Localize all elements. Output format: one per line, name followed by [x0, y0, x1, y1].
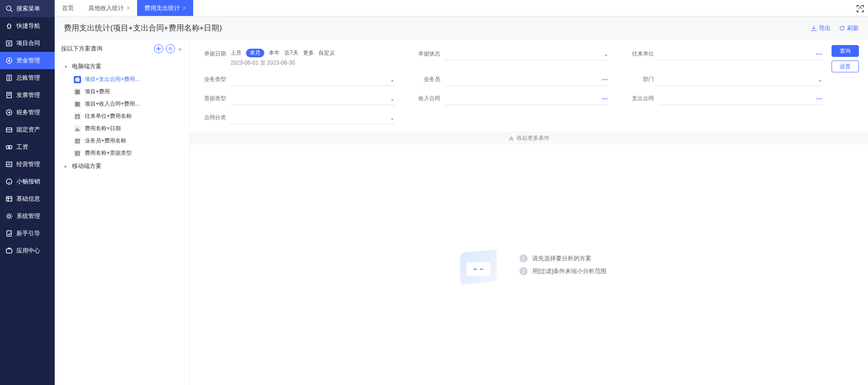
sidebar-item-system[interactable]: 系统管理 — [0, 208, 55, 225]
filter-0-0: 单据日期上月本月本年近7天更多自定义2023-06-01 至 2023-06-3… — [199, 45, 395, 71]
sidebar-item-nav[interactable]: 快捷导航 — [0, 17, 55, 35]
sidebar-item-label: 基础信息 — [16, 195, 40, 203]
sidebar-item-invoice[interactable]: 发票管理 — [0, 86, 55, 104]
scheme-tree: ▾电脑端方案项目+支出合同+费用...项目+费用项目+收入合同+费用...往来单… — [55, 58, 189, 175]
filter-input[interactable]: ⋯ — [445, 93, 609, 105]
filter-0-1: 业务类型⌄ — [199, 71, 395, 90]
date-option[interactable]: 近7天 — [284, 49, 298, 57]
date-range-text: 2023-06-01 至 2023-06-30 — [231, 59, 335, 67]
filter-label: 合同分类 — [199, 112, 226, 122]
tab-2[interactable]: 费用支出统计× — [137, 0, 193, 16]
refresh-button[interactable]: 刷新 — [839, 24, 859, 32]
date-option[interactable]: 自定义 — [318, 49, 335, 57]
page-title: 费用支出统计(项目+支出合同+费用名称+日期) — [64, 23, 222, 33]
sidebar-item-salary[interactable]: 工资 — [0, 138, 55, 156]
filter-input[interactable]: ⋯ — [445, 74, 609, 86]
filter-input[interactable]: ⌄ — [231, 93, 395, 105]
filter-input[interactable]: ⌄ — [658, 74, 822, 86]
tree-group-1[interactable]: ▸移动端方案 — [55, 159, 189, 173]
svg-point-15 — [169, 48, 171, 50]
sidebar-item-asset[interactable]: 固定资产 — [0, 121, 55, 138]
tab-0[interactable]: 首页 — [55, 0, 81, 16]
chevron-down-icon[interactable]: ⌄ — [818, 76, 822, 83]
sidebar-item-base[interactable]: 基础信息 — [0, 190, 55, 208]
chevron-down-icon[interactable]: ⌄ — [390, 76, 395, 83]
export-button[interactable]: 导出 — [811, 24, 831, 32]
scheme-panel: 按以下方案查询 « ▾电脑端方案项目+支出合同+费用...项目+费用项目+收入合… — [55, 40, 190, 385]
filter-label: 单据日期 — [199, 49, 226, 58]
sidebar-item-label: 项目合同 — [16, 39, 40, 47]
xiaochang-icon — [5, 178, 13, 185]
filter-input[interactable]: ⋯ — [658, 49, 822, 61]
sidebar-item-guide[interactable]: 新手引导 — [0, 225, 55, 242]
tab-close-icon[interactable]: × — [127, 5, 130, 11]
fullscreen-toggle[interactable] — [856, 5, 864, 13]
svg-point-8 — [8, 147, 10, 148]
filter-input[interactable]: ⋯ — [658, 93, 822, 105]
lookup-icon[interactable]: ⋯ — [602, 76, 608, 83]
empty-step-2: 2 用[过滤]条件来缩小分析范围 — [519, 267, 606, 275]
date-option[interactable]: 本月 — [246, 49, 264, 57]
filter-input[interactable]: ⌄ — [445, 49, 609, 61]
tab-close-icon[interactable]: × — [183, 5, 186, 11]
sidebar-item-ledger[interactable]: 总账管理 — [0, 69, 55, 86]
lookup-icon[interactable]: ⋯ — [602, 95, 608, 102]
tab-label: 首页 — [62, 4, 74, 12]
collapse-scheme-panel[interactable]: « — [178, 46, 183, 52]
tab-1[interactable]: 其他收入统计× — [81, 0, 137, 16]
scheme-settings-button[interactable] — [166, 44, 175, 53]
svg-rect-25 — [78, 105, 79, 106]
tree-item-label: 项目+支出合同+费用... — [85, 76, 139, 83]
asset-icon — [5, 126, 13, 133]
tree-item-0-5[interactable]: 业务员+费用名称 — [55, 135, 189, 147]
sidebar-item-label: 应用中心 — [16, 247, 40, 255]
svg-rect-19 — [78, 90, 79, 91]
chevron-down-icon[interactable]: ⌄ — [390, 96, 395, 102]
sidebar-item-tax[interactable]: 税务管理 — [0, 104, 55, 121]
tree-item-0-0[interactable]: 项目+支出合同+费用... — [55, 73, 189, 86]
sidebar-item-label: 税务管理 — [16, 108, 40, 117]
empty-step-1: 1 请先选择要分析的方案 — [519, 254, 606, 263]
lookup-icon[interactable]: ⋯ — [816, 95, 822, 102]
filter-area: 单据日期上月本月本年近7天更多自定义2023-06-01 至 2023-06-3… — [190, 40, 868, 128]
tree-item-0-1[interactable]: 项目+费用 — [55, 86, 189, 98]
tree-item-0-4[interactable]: 费用名称+日期 — [55, 122, 189, 135]
filter-input[interactable]: ⌄ — [231, 112, 395, 124]
step-number-icon: 2 — [519, 267, 528, 275]
date-option[interactable]: 上月 — [231, 49, 241, 57]
box-icon — [74, 113, 81, 120]
sidebar-item-xiaochang[interactable]: 小畅报销 — [0, 173, 55, 190]
sidebar-item-operate[interactable]: 经营管理 — [0, 156, 55, 173]
tree-item-0-3[interactable]: 往来单位+费用名称 — [55, 110, 189, 122]
add-scheme-button[interactable] — [154, 44, 163, 53]
query-button[interactable]: 查询 — [832, 45, 859, 57]
date-option[interactable]: 更多 — [303, 49, 314, 57]
layout-icon — [74, 150, 81, 157]
chevron-down-icon[interactable]: ⌄ — [604, 51, 608, 57]
settings-button[interactable]: 设置 — [832, 61, 859, 72]
tree-group-label: 移动端方案 — [72, 162, 102, 170]
tree-item-label: 费用名称+票据类型 — [85, 149, 132, 157]
apps-icon — [5, 247, 13, 254]
sidebar-item-fund[interactable]: 资金管理 — [0, 52, 55, 69]
chevron-down-icon[interactable]: ⌄ — [390, 115, 395, 121]
sidebar-item-apps[interactable]: 应用中心 — [0, 242, 55, 259]
lookup-icon[interactable]: ⋯ — [816, 51, 822, 57]
tree-item-0-2[interactable]: 项目+收入合同+费用... — [55, 98, 189, 110]
system-icon — [5, 213, 13, 220]
date-option[interactable]: 本年 — [269, 49, 280, 57]
filter-input[interactable]: ⌄ — [231, 74, 395, 86]
collapse-filters-label: 收起更多条件 — [517, 134, 550, 142]
tree-group-0[interactable]: ▾电脑端方案 — [55, 60, 189, 73]
collapse-filters-bar[interactable]: 收起更多条件 — [190, 132, 868, 145]
caret-icon: ▸ — [65, 164, 69, 169]
filter-label: 业务员 — [413, 74, 440, 83]
svg-rect-14 — [6, 249, 12, 253]
svg-rect-11 — [6, 197, 12, 201]
tree-item-label: 往来单位+费用名称 — [85, 112, 132, 120]
svg-rect-1 — [6, 41, 12, 46]
filter-2-1: 部门⌄ — [627, 71, 822, 90]
sidebar-item-project[interactable]: 项目合同 — [0, 35, 55, 52]
sidebar-item-search[interactable]: 搜索菜单 — [0, 0, 55, 17]
tree-item-0-6[interactable]: 费用名称+票据类型 — [55, 147, 189, 159]
